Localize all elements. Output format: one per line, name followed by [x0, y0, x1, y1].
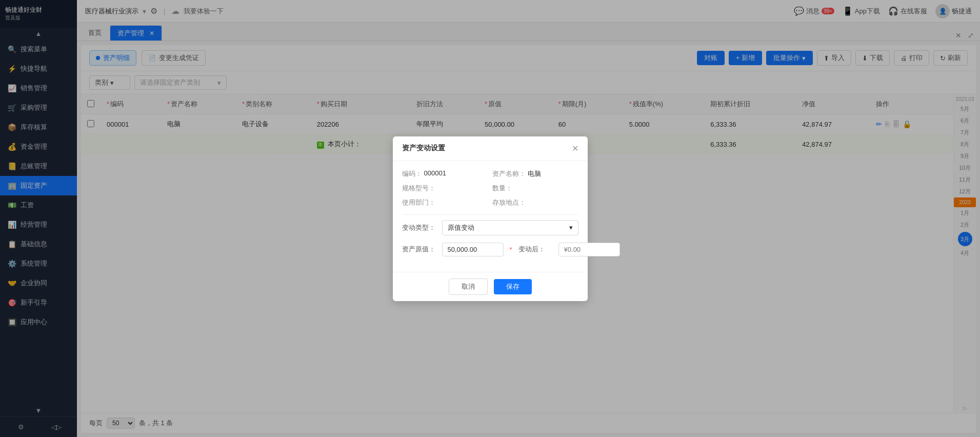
modal-change-type-row: 变动类型： 原值变动 ▾ [402, 220, 578, 235]
modal-quantity-label: 数量： [492, 184, 512, 193]
modal-spec-item: 规格型号： [402, 184, 488, 193]
modal-title: 资产变动设置 [402, 144, 445, 153]
modal-dept-item: 使用部门： [402, 198, 488, 207]
modal-info-grid: 编码： 000001 资产名称： 电脑 规格型号： 数量： 使用部门： [402, 169, 578, 207]
modal-close-btn[interactable]: ✕ [572, 144, 578, 153]
modal-change-type-select[interactable]: 原值变动 ▾ [442, 220, 578, 235]
modal-after-change-input[interactable] [558, 243, 620, 256]
required-star: * [510, 246, 512, 253]
modal-location-label: 存放地点： [492, 198, 526, 207]
modal-save-btn[interactable]: 保存 [494, 279, 532, 294]
modal-value-row: 资产原值： 50,000.00 * 变动后： [402, 243, 578, 256]
modal-overlay: 资产变动设置 ✕ 编码： 000001 资产名称： 电脑 规格型号： 数量： [0, 0, 980, 437]
modal-cancel-btn[interactable]: 取消 [449, 279, 488, 295]
modal-asset-value-label: 资产原值： [402, 245, 438, 254]
modal-footer: 取消 保存 [393, 272, 588, 301]
modal-header: 资产变动设置 ✕ [393, 136, 588, 161]
modal-divider [402, 214, 578, 215]
modal-quantity-item: 数量： [492, 184, 578, 193]
chevron-down-icon: ▾ [569, 224, 573, 231]
modal-spec-label: 规格型号： [402, 184, 435, 193]
modal-name-item: 资产名称： 电脑 [492, 169, 578, 178]
modal-code-item: 编码： 000001 [402, 169, 488, 178]
asset-change-modal: 资产变动设置 ✕ 编码： 000001 资产名称： 电脑 规格型号： 数量： [393, 136, 588, 301]
modal-name-label: 资产名称： [492, 169, 526, 178]
change-type-value: 原值变动 [448, 223, 474, 232]
modal-code-value: 000001 [424, 169, 446, 178]
modal-name-value: 电脑 [528, 169, 541, 178]
modal-body: 编码： 000001 资产名称： 电脑 规格型号： 数量： 使用部门： [393, 161, 588, 272]
modal-asset-value-input[interactable]: 50,000.00 [442, 243, 504, 256]
modal-code-label: 编码： [402, 169, 422, 178]
modal-after-change-label: 变动后： [518, 245, 554, 254]
modal-location-item: 存放地点： [492, 198, 578, 207]
modal-dept-label: 使用部门： [402, 198, 435, 207]
modal-change-type-label: 变动类型： [402, 223, 438, 232]
